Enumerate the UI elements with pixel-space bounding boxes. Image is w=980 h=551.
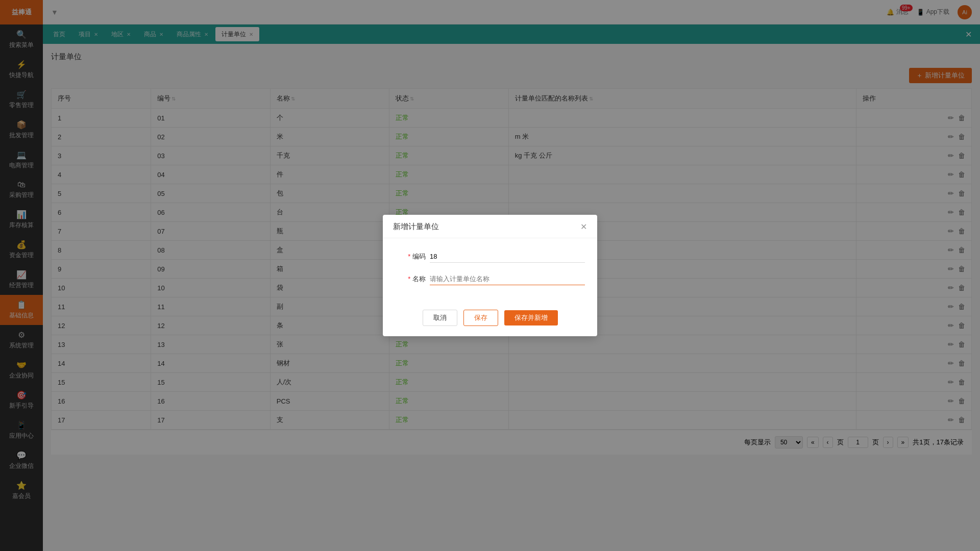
name-input[interactable] [430,273,585,285]
modal-footer: 取消 保存 保存并新增 [383,304,597,336]
save-btn[interactable]: 保存 [463,310,498,326]
save-and-new-btn[interactable]: 保存并新增 [504,310,558,325]
modal-overlay: 新增计量单位 ✕ 编码 名称 取消 保存 保存并新增 [0,0,980,551]
modal-title: 新增计量单位 [393,222,439,232]
cancel-btn[interactable]: 取消 [423,310,457,326]
code-form-row: 编码 [395,251,585,263]
modal-body: 编码 名称 [383,238,597,304]
modal-close-btn[interactable]: ✕ [580,222,587,232]
code-input[interactable] [430,251,585,263]
name-form-row: 名称 [395,273,585,285]
code-label: 编码 [395,252,426,261]
modal-header: 新增计量单位 ✕ [383,215,597,238]
add-unit-modal: 新增计量单位 ✕ 编码 名称 取消 保存 保存并新增 [383,215,597,336]
name-label: 名称 [395,274,426,284]
